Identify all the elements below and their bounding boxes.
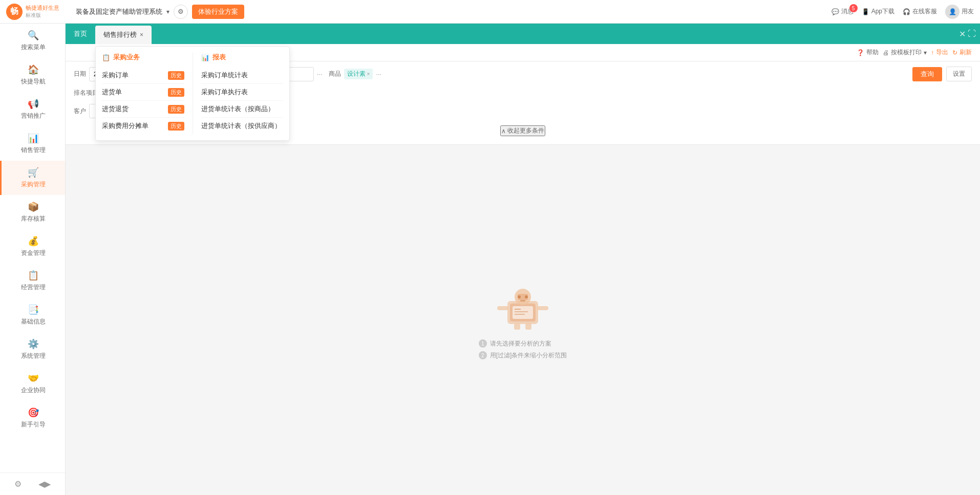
voucher-status-dots[interactable]: ··· (317, 70, 323, 78)
settings-gear-btn[interactable]: ⚙ (174, 5, 188, 19)
dropdown-item-po-stat[interactable]: 采购订单统计表 (201, 67, 284, 84)
svg-rect-8 (537, 306, 548, 310)
sidebar-item-collab[interactable]: 🤝 企业协同 (0, 367, 65, 401)
top-right: 💬 消息 5 📱 App下载 🎧 在线客服 👤 用友 (832, 5, 974, 19)
user-avatar: 👤 (945, 5, 960, 19)
svg-rect-6 (520, 300, 525, 302)
collapse-btn[interactable]: ∧ 收起更多条件 (500, 125, 545, 136)
settings-btn[interactable]: 设置 (946, 67, 972, 81)
basic-icon: 📑 (28, 304, 39, 315)
dropdown-item-return[interactable]: 进货退货 历史 (102, 101, 184, 118)
sidebar-settings-btn[interactable]: ⚙ (14, 479, 22, 489)
user-name: 用友 (962, 7, 974, 16)
app-download-label: App下载 (871, 7, 894, 16)
message-btn[interactable]: 💬 消息 5 (832, 7, 854, 16)
dropdown-item-po-exec[interactable]: 采购订单执行表 (201, 84, 284, 101)
online-service-label: 在线客服 (912, 7, 937, 16)
refresh-btn[interactable]: ↻ 刷新 (952, 48, 972, 57)
app-wrapper: 畅 畅捷通好生意 标准版 装备及固定资产辅助管理系统 ▾ ⚙ 体验行业方案 💬 … (0, 0, 980, 495)
guide-icon: 🎯 (28, 407, 39, 418)
user-area[interactable]: 👤 用友 (945, 5, 974, 19)
filter-product: 商品 设计素 × ··· (329, 69, 382, 79)
system-icon: ⚙️ (28, 338, 39, 350)
logo-area: 畅 畅捷通好生意 标准版 (6, 4, 72, 20)
app-download-btn[interactable]: 📱 App下载 (862, 7, 894, 16)
tab-close-all-btn[interactable]: ✕ (959, 29, 966, 39)
sidebar-label-basic: 基础信息 (21, 317, 46, 326)
history-badge-return: 历史 (168, 105, 184, 114)
sidebar-item-marketing[interactable]: 📢 营销推广 (0, 92, 65, 126)
logo-subtitle: 标准版 (26, 12, 59, 19)
industry-btn[interactable]: 体验行业方案 (192, 5, 244, 19)
svg-rect-9 (513, 306, 533, 319)
hint-num-1: 1 (479, 339, 487, 348)
customer-label: 客户 (74, 107, 86, 116)
dropdown-item-po[interactable]: 采购订单 历史 (102, 67, 184, 84)
sidebar-item-system[interactable]: ⚙️ 系统管理 (0, 332, 65, 367)
phone-icon: 📱 (862, 8, 869, 15)
sidebar-item-inventory[interactable]: 📦 库存核算 (0, 195, 65, 229)
svg-rect-14 (525, 324, 531, 330)
sidebar-label-system: 系统管理 (21, 352, 46, 360)
history-badge-receipt: 历史 (168, 88, 184, 97)
dropdown-menu: 📋 采购业务 采购订单 历史 进货单 历史 (95, 46, 290, 141)
tab-maximize-btn[interactable]: ⛶ (968, 29, 976, 38)
inventory-icon: 📦 (28, 201, 39, 212)
dropdown-item-receipt-stat-supplier[interactable]: 进货单统计表（按供应商） (201, 118, 284, 134)
sidebar-item-basic[interactable]: 📑 基础信息 (0, 298, 65, 332)
svg-point-4 (518, 295, 521, 298)
svg-point-5 (525, 295, 528, 298)
sidebar: 🔍 搜索菜单 🏠 快捷导航 📢 营销推广 📊 销售管理 🛒 采购管 (0, 24, 66, 495)
empty-hint-2: 2 用[过滤]条件来缩小分析范围 (479, 351, 567, 360)
product-tag: 设计素 × (344, 69, 373, 79)
dropdown-purchase-title: 📋 采购业务 (102, 53, 184, 62)
product-tag-close[interactable]: × (367, 71, 370, 77)
sidebar-item-guide[interactable]: 🎯 新手引导 (0, 401, 65, 435)
refresh-icon: ↻ (952, 49, 957, 56)
dropdown-report-title: 📊 报表 (201, 53, 284, 62)
tab-close-btn[interactable]: × (140, 31, 143, 38)
search-icon: 🔍 (28, 30, 39, 41)
empty-hint-1: 1 请先选择要分析的方案 (479, 339, 567, 348)
sidebar-item-search[interactable]: 🔍 搜索菜单 (0, 24, 65, 58)
sidebar-item-purchase[interactable]: 🛒 采购管理 (0, 161, 65, 195)
product-label: 商品 (329, 70, 341, 78)
tab-home[interactable]: 首页 (66, 24, 95, 44)
sidebar-item-operations[interactable]: 📋 经营管理 (0, 264, 65, 298)
tab-sales-rank-label: 销售排行榜 (103, 30, 137, 39)
tab-bar: 首页 销售排行榜 × 📋 采购业务 采购订单 (66, 24, 980, 44)
tab-bar-right: ✕ ⛶ (959, 29, 980, 39)
sidebar-label-operations: 经营管理 (21, 283, 46, 292)
query-btn[interactable]: 查询 (912, 67, 942, 81)
robot-svg (492, 281, 553, 332)
sidebar-item-finance[interactable]: 💰 资金管理 (0, 229, 65, 264)
export-btn[interactable]: ↑ 导出 (931, 48, 948, 57)
sidebar-item-nav[interactable]: 🏠 快捷导航 (0, 58, 65, 92)
main-area: 🔍 搜索菜单 🏠 快捷导航 📢 营销推广 📊 销售管理 🛒 采购管 (0, 24, 980, 495)
sidebar-collapse-btn[interactable]: ◀▶ (38, 479, 51, 489)
tab-sales-rank[interactable]: 销售排行榜 × 📋 采购业务 采购订单 历史 (95, 26, 152, 44)
sidebar-item-sales[interactable]: 📊 销售管理 (0, 126, 65, 161)
content-area: 首页 销售排行榜 × 📋 采购业务 采购订单 (66, 24, 980, 495)
dropdown-arrow-btn[interactable]: ▾ (166, 8, 169, 15)
finance-icon: 💰 (28, 235, 39, 247)
sales-icon: 📊 (28, 133, 39, 144)
sidebar-label-inventory: 库存核算 (21, 214, 46, 223)
headset-icon: 🎧 (903, 8, 910, 15)
print-btn[interactable]: 🖨 按模板打印 ▾ (883, 48, 927, 57)
rank-label: 排名项目 (74, 89, 98, 97)
empty-state: 1 请先选择要分析的方案 2 用[过滤]条件来缩小分析范围 (66, 145, 980, 495)
dropdown-item-receipt-stat-product[interactable]: 进货单统计表（按商品） (201, 101, 284, 118)
help-btn[interactable]: ❓ 帮助 (857, 48, 879, 57)
dropdown-report-col: 📊 报表 采购订单统计表 采购订单执行表 进货单统计表（按商品） (201, 53, 284, 134)
sidebar-label-sales: 销售管理 (21, 146, 46, 155)
sidebar-label-guide: 新手引导 (21, 420, 46, 429)
dropdown-item-expense[interactable]: 采购费用分摊单 历史 (102, 118, 184, 134)
hint-text-1: 请先选择要分析的方案 (490, 339, 551, 348)
dropdown-item-receipt[interactable]: 进货单 历史 (102, 84, 184, 101)
product-tag-text: 设计素 (347, 70, 366, 78)
logo-icon: 畅 (6, 4, 23, 20)
product-dots[interactable]: ··· (376, 70, 381, 78)
marketing-icon: 📢 (28, 98, 39, 110)
online-service-btn[interactable]: 🎧 在线客服 (903, 7, 937, 16)
